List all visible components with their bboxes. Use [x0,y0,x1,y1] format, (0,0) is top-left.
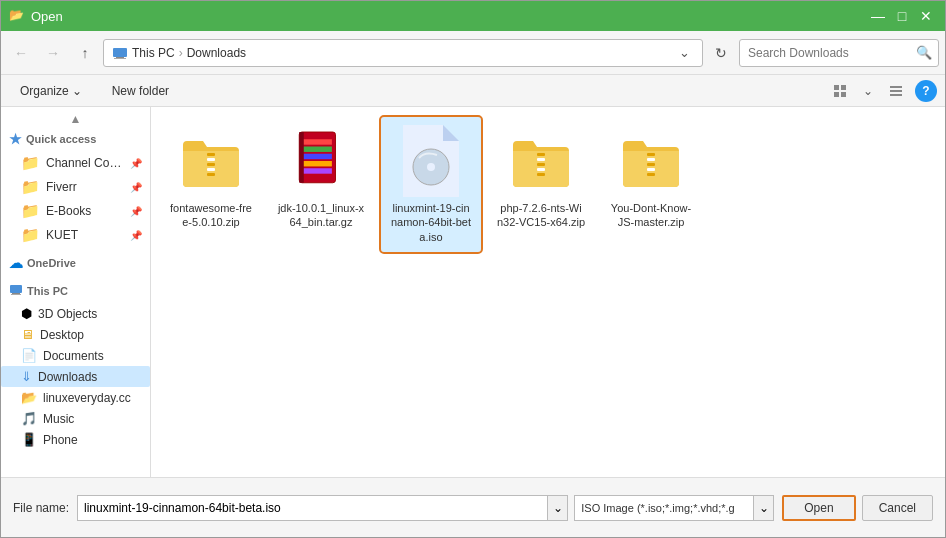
file-item-fontawesome[interactable]: fontawesome-free-5.0.10.zip [161,117,261,252]
svg-rect-6 [841,92,846,97]
view-toggle-button[interactable] [883,79,909,103]
svg-rect-23 [303,161,332,166]
svg-rect-16 [207,168,215,171]
filetype-dropdown-button[interactable]: ⌄ [753,496,773,520]
svg-rect-33 [537,168,545,171]
maximize-button[interactable]: □ [891,5,913,27]
search-icon: 🔍 [910,45,938,60]
svg-rect-34 [537,173,545,176]
minimize-button[interactable]: — [867,5,889,27]
breadcrumb: This PC › Downloads [112,45,246,61]
svg-rect-37 [647,163,655,166]
filename-label: File name: [13,501,69,515]
back-button[interactable]: ← [7,39,35,67]
svg-rect-32 [537,163,545,166]
filename-input-wrap: ⌄ [77,495,568,521]
svg-rect-4 [841,85,846,90]
zip-folder-icon-2 [509,133,573,189]
sidebar-header-onedrive[interactable]: ☁ OneDrive [1,251,150,275]
file-icon-youdontkow [615,125,687,197]
sidebar-section-onedrive: ☁ OneDrive [1,251,150,275]
sidebar-header-quick-access[interactable]: ★ Quick access [1,127,150,151]
svg-rect-15 [207,163,215,166]
file-icon-fontawesome [175,125,247,197]
linuxeveryday-icon: 📂 [21,390,37,405]
sidebar-section-this-pc: This PC ⬢ 3D Objects 🖥 Desktop 📄 Documen… [1,279,150,450]
music-icon: 🎵 [21,411,37,426]
organize-button[interactable]: Organize ⌄ [9,79,93,103]
address-dropdown-button[interactable]: ⌄ [674,40,694,66]
open-dialog: 📂 Open — □ ✕ ← → ↑ This PC › Downloads [0,0,946,538]
pin-icon: 📌 [130,158,142,169]
up-button[interactable]: ↑ [71,39,99,67]
file-item-jdk[interactable]: jdk-10.0.1_linux-x64_bin.tar.gz [271,117,371,252]
winrar-icon [292,128,350,194]
view-icon-2 [889,84,903,98]
onedrive-icon: ☁ [9,255,23,271]
filetype-text: ISO Image (*.iso;*.img;*.vhd;*.g [575,502,753,514]
crumb-downloads: Downloads [187,46,246,60]
this-pc-icon [112,45,128,61]
svg-rect-13 [207,153,215,156]
svg-point-29 [427,163,435,171]
sidebar-item-downloads[interactable]: ⇓ Downloads [1,366,150,387]
svg-rect-35 [647,153,655,156]
help-button[interactable]: ? [915,80,937,102]
svg-rect-30 [537,153,545,156]
cancel-button[interactable]: Cancel [862,495,933,521]
filename-dropdown-button[interactable]: ⌄ [547,496,567,520]
close-button[interactable]: ✕ [915,5,937,27]
crumb-separator: › [179,46,183,60]
sidebar-item-phone[interactable]: 📱 Phone [1,429,150,450]
folder-icon: 📁 [21,202,40,220]
svg-rect-9 [890,94,902,96]
svg-rect-5 [834,92,839,97]
file-item-linuxmint[interactable]: linuxmint-19-cinnamon-64bit-beta.iso [381,117,481,252]
refresh-button[interactable]: ↻ [707,39,735,67]
sidebar-section-quick-access: ★ Quick access 📁 Channel Cov... 📌 📁 Five… [1,127,150,247]
sidebar-header-this-pc[interactable]: This PC [1,279,150,303]
svg-rect-36 [647,158,655,161]
address-bar: This PC › Downloads ⌄ [103,39,703,67]
filetype-select-wrap: ISO Image (*.iso;*.img;*.vhd;*.g ⌄ [574,495,774,521]
pin-icon: 📌 [130,182,142,193]
sidebar-item-linuxeveryday[interactable]: 📂 linuxeveryday.cc [1,387,150,408]
sidebar-item-kuet[interactable]: 📁 KUET 📌 [1,223,150,247]
file-icon-linuxmint [395,125,467,197]
file-item-youdontkow[interactable]: You-Dont-Know-JS-master.zip [601,117,701,252]
onedrive-label: OneDrive [27,257,76,269]
sidebar-scroll-up[interactable]: ▲ [1,111,150,127]
star-icon: ★ [9,131,22,147]
action-buttons: Open Cancel [782,495,933,521]
search-input[interactable] [740,40,910,66]
svg-rect-38 [647,168,655,171]
window-title: Open [31,9,867,24]
new-folder-button[interactable]: New folder [101,79,180,103]
sidebar-item-channel-cov[interactable]: 📁 Channel Cov... 📌 [1,151,150,175]
sidebar-item-music[interactable]: 🎵 Music [1,408,150,429]
view-icon-1 [833,84,847,98]
zip-folder-icon [179,133,243,189]
file-item-php[interactable]: php-7.2.6-nts-Win32-VC15-x64.zip [491,117,591,252]
forward-button[interactable]: → [39,39,67,67]
sidebar-item-documents[interactable]: 📄 Documents [1,345,150,366]
filename-input[interactable] [78,496,547,520]
this-pc-sidebar-icon [9,283,23,299]
sidebar-item-desktop[interactable]: 🖥 Desktop [1,324,150,345]
open-button[interactable]: Open [782,495,855,521]
sidebar-item-fiverr[interactable]: 📁 Fiverr 📌 [1,175,150,199]
sidebar: ▲ ★ Quick access 📁 Channel Cov... 📌 📁 Fi… [1,107,151,477]
documents-icon: 📄 [21,348,37,363]
zip-folder-icon-3 [619,133,683,189]
window-icon: 📂 [9,8,25,24]
view-button-1[interactable] [827,79,853,103]
svg-rect-2 [114,58,126,59]
svg-rect-31 [537,158,545,161]
view-button-2[interactable]: ⌄ [855,79,881,103]
iso-file-icon [399,123,463,199]
3d-objects-icon: ⬢ [21,306,32,321]
sidebar-item-ebooks[interactable]: 📁 E-Books 📌 [1,199,150,223]
sidebar-item-3d-objects[interactable]: ⬢ 3D Objects [1,303,150,324]
downloads-icon: ⇓ [21,369,32,384]
file-content-area: fontawesome-free-5.0.10.zip [151,107,945,477]
